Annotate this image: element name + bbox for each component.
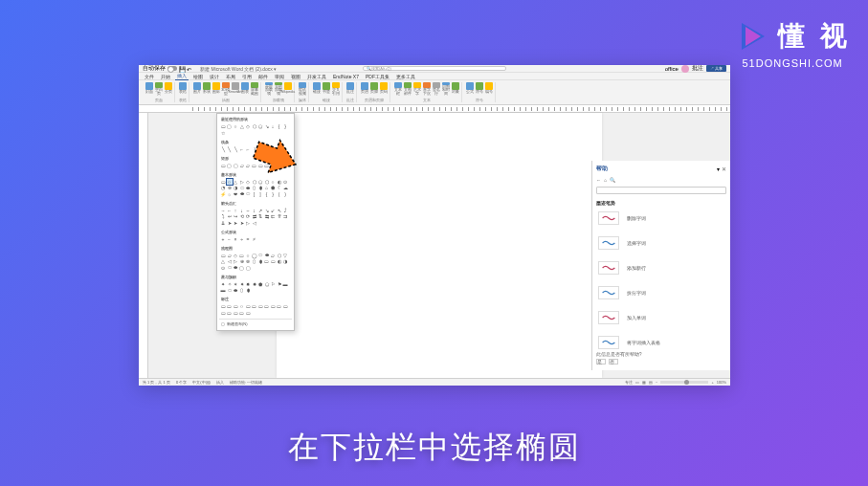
shape-item[interactable]: ↖ — [277, 208, 282, 213]
sb-words[interactable]: 0 个字 — [176, 380, 187, 385]
sb-zoom[interactable]: 100% — [717, 380, 726, 385]
shape-item[interactable]: ➤ — [227, 220, 233, 226]
menu-插入[interactable]: 插入 — [175, 72, 189, 80]
shape-item[interactable]: ❤ — [233, 191, 238, 197]
shape-item[interactable]: } — [270, 191, 276, 197]
ribbon-联机视频[interactable]: 联机视频 — [298, 82, 306, 96]
sb-accessibility[interactable]: 辅助功能: 一切就绪 — [230, 380, 262, 385]
shape-item[interactable]: ▭ — [227, 303, 233, 309]
shape-item[interactable]: ⊙ — [220, 265, 226, 271]
shape-item[interactable]: ⬠ — [264, 281, 270, 287]
shape-item[interactable]: ◇ — [245, 123, 251, 129]
ribbon-交叉引用[interactable]: 交叉引用 — [331, 82, 340, 96]
shape-item[interactable]: ⬮ — [245, 287, 251, 293]
shape-item[interactable]: ▬ — [282, 281, 288, 287]
ribbon-首字下沉[interactable]: 首字下沉 — [422, 82, 431, 96]
menu-PDF工具集[interactable]: PDF工具集 — [364, 73, 391, 80]
shape-item[interactable]: ▭ — [282, 303, 288, 309]
shape-item[interactable]: ↘ — [264, 208, 270, 213]
menu-布局[interactable]: 布局 — [224, 73, 237, 80]
shape-item[interactable]: ▭ — [252, 303, 257, 309]
shape-item[interactable]: ⬟ — [270, 185, 276, 190]
shape-item[interactable]: ⬬ — [233, 287, 238, 293]
shape-item[interactable]: { — [264, 191, 270, 197]
help-gesture-item[interactable]: 添加新行 — [596, 259, 726, 276]
undo-icon[interactable]: ↶ — [187, 66, 192, 72]
shape-item[interactable]: − — [227, 236, 233, 242]
view-web-icon[interactable]: ▤ — [649, 380, 653, 385]
shape-item[interactable]: ⌐ — [239, 146, 245, 152]
menu-设计[interactable]: 设计 — [208, 73, 221, 80]
shape-item[interactable]: + — [220, 236, 226, 242]
ribbon-艺术字[interactable]: 艺术字 — [412, 82, 421, 96]
shape-item[interactable]: ⬭ — [227, 265, 233, 271]
share-button[interactable]: ↗ 共享 — [706, 65, 726, 72]
ribbon-图标[interactable]: 图标 — [211, 82, 220, 96]
shape-item[interactable]: ≠ — [252, 236, 257, 242]
shape-item[interactable]: ⌐ — [245, 146, 251, 152]
shape-item[interactable]: ▢ — [233, 163, 238, 168]
ribbon-对象[interactable]: 对象 — [451, 82, 459, 96]
shape-item[interactable]: ▱ — [227, 253, 233, 258]
shape-item[interactable]: ↕ — [252, 208, 257, 213]
shape-item[interactable]: ↩ — [227, 213, 233, 219]
shape-item[interactable]: ⊗ — [245, 258, 251, 264]
zoom-in-icon[interactable]: + — [711, 380, 713, 385]
shape-item[interactable]: △ — [220, 258, 226, 264]
shape-item[interactable]: ⬯ — [252, 185, 257, 190]
shape-item[interactable]: ⬡ — [252, 123, 257, 129]
ribbon-屏幕截图[interactable]: 屏幕截图 — [250, 82, 258, 96]
shape-item[interactable]: ⊗ — [227, 185, 233, 190]
shape-item[interactable]: ☁ — [282, 185, 288, 190]
page[interactable] — [277, 113, 602, 378]
shape-item[interactable]: ▢ — [227, 163, 233, 168]
ribbon-书签[interactable]: 书签 — [322, 82, 330, 96]
shape-item[interactable]: ◁ — [252, 220, 257, 226]
shape-item[interactable]: ⬯ — [252, 258, 257, 264]
shape-item[interactable]: ○ — [245, 253, 251, 258]
menu-视图[interactable]: 视图 — [289, 73, 302, 80]
menu-审阅[interactable]: 审阅 — [273, 73, 286, 80]
menu-绘图[interactable]: 绘图 — [191, 73, 205, 80]
shape-item[interactable]: = — [245, 236, 251, 242]
ribbon-空白页[interactable]: 空白页 — [154, 82, 163, 96]
ribbon-编号[interactable]: 编号 — [484, 82, 493, 96]
shape-item[interactable]: ╲ — [220, 146, 226, 152]
shape-item[interactable]: ⬭ — [227, 287, 233, 293]
help-dropdown-icon[interactable]: ▾ — [717, 166, 720, 172]
shape-item[interactable]: ▱ — [270, 253, 276, 258]
menu-引用[interactable]: 引用 — [240, 73, 254, 80]
menu-EndNote X7[interactable]: EndNote X7 — [331, 73, 361, 80]
shape-item[interactable]: ╲ — [227, 146, 233, 152]
shape-item[interactable]: ▢ — [239, 265, 245, 271]
shape-item[interactable]: ⇆ — [264, 213, 270, 219]
zoom-slider[interactable] — [660, 381, 708, 384]
help-gesture-item[interactable]: 选择字词 — [596, 234, 726, 252]
shape-item[interactable]: ⇈ — [277, 213, 282, 219]
help-search-input[interactable] — [596, 187, 726, 194]
shape-item[interactable]: ○ — [239, 303, 245, 309]
shape-item[interactable]: ▭ — [239, 310, 245, 316]
menu-邮件[interactable]: 邮件 — [256, 73, 270, 80]
shape-item[interactable]: ▭ — [220, 163, 226, 168]
ribbon-页码[interactable]: 页码 — [379, 82, 388, 96]
new-canvas-button[interactable]: ▢ 新建画布(N) — [219, 319, 292, 328]
shape-item[interactable]: ⟲ — [239, 213, 245, 219]
shape-item[interactable]: ▭ — [233, 303, 238, 309]
shape-item[interactable]: ⬯ — [239, 287, 245, 293]
shape-item[interactable]: ◑ — [233, 185, 238, 190]
shape-item[interactable]: ⌂ — [264, 185, 270, 190]
ribbon-链接[interactable]: 链接 — [312, 82, 321, 96]
shape-item[interactable]: ▢ — [227, 123, 233, 129]
shape-item[interactable]: ▭ — [233, 310, 238, 316]
shape-item[interactable]: ↓ — [239, 208, 245, 213]
shape-item[interactable]: ▷ — [245, 220, 251, 226]
ribbon-封面[interactable]: 封面 — [145, 82, 153, 96]
shape-item[interactable]: ⬮ — [257, 258, 263, 264]
shape-item[interactable]: △ — [233, 179, 238, 185]
ribbon-页脚[interactable]: 页脚 — [369, 82, 378, 96]
shape-item[interactable]: ⇊ — [220, 220, 226, 226]
shape-item[interactable]: ▭ — [220, 123, 226, 129]
shape-item[interactable]: } — [282, 123, 288, 129]
user-avatar[interactable] — [681, 65, 689, 73]
